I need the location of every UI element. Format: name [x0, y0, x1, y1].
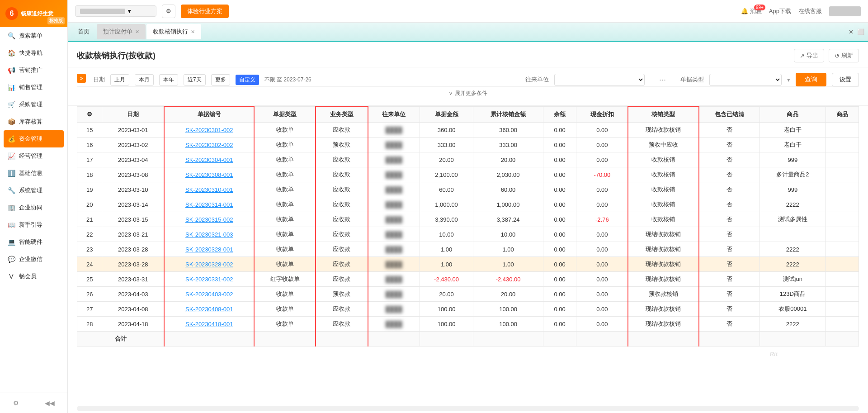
- footer-discount: [576, 332, 628, 347]
- main-area: ▾ ⚙ 体验行业方案 🔔 消息 99+ App下载 在线客服 首页 预计应付单 …: [68, 0, 868, 413]
- row-doctype: 红字收款单: [254, 272, 316, 287]
- row-docno[interactable]: SK-20230310-001: [164, 182, 254, 197]
- this-month-btn[interactable]: 本月: [135, 74, 154, 85]
- row-docno[interactable]: SK-20230403-002: [164, 287, 254, 302]
- doc-no-link[interactable]: SK-20230328-002: [185, 261, 233, 268]
- doc-no-link[interactable]: SK-20230408-001: [185, 306, 233, 313]
- sidebar-item-enterprise[interactable]: 🏢 企业协同: [0, 199, 67, 216]
- filter-settings-button[interactable]: 设置: [832, 73, 859, 86]
- sidebar-item-member[interactable]: V 畅会员: [0, 268, 67, 285]
- tab-prepay[interactable]: 预计应付单 ✕: [97, 24, 146, 39]
- sidebar-item-operations[interactable]: 📈 经营管理: [0, 147, 67, 165]
- row-date: 2023-03-14: [102, 197, 164, 212]
- row-product1: 衣服00001: [760, 302, 826, 317]
- sidebar-item-guide[interactable]: 📖 新手引导: [0, 216, 67, 233]
- row-amount: 1.00: [420, 257, 473, 272]
- row-docno[interactable]: SK-20230304-001: [164, 152, 254, 167]
- tab-home[interactable]: 首页: [71, 24, 96, 39]
- row-balance: 0.00: [543, 272, 576, 287]
- maximize-window-icon[interactable]: ⬜: [857, 28, 864, 35]
- sidebar-item-smart[interactable]: 💻 智能硬件: [0, 233, 67, 251]
- doc-no-link[interactable]: SK-20230321-003: [185, 231, 233, 238]
- online-support-link[interactable]: 在线客服: [798, 7, 822, 15]
- doc-no-link[interactable]: SK-20230310-001: [185, 186, 233, 193]
- row-settled: 否: [699, 182, 760, 197]
- doc-type-select[interactable]: [709, 74, 782, 86]
- member-icon: V: [7, 273, 15, 280]
- refresh-icon: ↺: [835, 52, 840, 59]
- sidebar-item-quick-nav[interactable]: 🏠 快捷导航: [0, 44, 67, 62]
- doc-no-link[interactable]: SK-20230328-001: [185, 246, 233, 253]
- close-window-icon[interactable]: ✕: [849, 28, 854, 35]
- last-7days-btn[interactable]: 近7天: [184, 74, 206, 85]
- sidebar-settings-btn[interactable]: ⚙: [10, 397, 22, 409]
- this-year-btn[interactable]: 本年: [159, 74, 178, 85]
- expand-more-conditions[interactable]: ∨ 展开更多条件: [77, 86, 859, 100]
- row-docno[interactable]: SK-20230314-001: [164, 197, 254, 212]
- sidebar-item-inventory[interactable]: 📦 库存核算: [0, 113, 67, 130]
- industry-solution-button[interactable]: 体验行业方案: [181, 5, 229, 18]
- filter-toggle-button[interactable]: »: [77, 74, 86, 83]
- more-date-btn[interactable]: 更多: [211, 74, 230, 85]
- tab-receipt-exec[interactable]: 收款核销执行 ✕: [146, 24, 201, 39]
- app-download-link[interactable]: App下载: [769, 7, 791, 15]
- row-doctype: 收款单: [254, 138, 316, 152]
- notification-button[interactable]: 🔔 消息 99+: [741, 7, 762, 15]
- sidebar-item-sales[interactable]: 📊 销售管理: [0, 79, 67, 96]
- doc-no-link[interactable]: SK-20230315-002: [185, 216, 233, 223]
- sidebar-item-system[interactable]: 🔧 系统管理: [0, 182, 67, 199]
- sidebar-item-purchase[interactable]: 🛒 采购管理: [0, 96, 67, 113]
- row-product1: 老白干: [760, 138, 826, 152]
- tab-prepay-close[interactable]: ✕: [135, 29, 139, 35]
- row-docno[interactable]: SK-20230321-003: [164, 227, 254, 242]
- doc-no-link[interactable]: SK-20230301-002: [185, 127, 233, 133]
- doc-no-link[interactable]: SK-20230304-001: [185, 157, 233, 163]
- export-button[interactable]: ↗ 导出: [794, 49, 824, 62]
- partner-select[interactable]: [554, 74, 645, 86]
- row-docno[interactable]: SK-20230328-002: [164, 257, 254, 272]
- query-button[interactable]: 查询: [796, 73, 826, 86]
- row-verified: -2,430.00: [473, 272, 543, 287]
- doc-no-link[interactable]: SK-20230314-001: [185, 201, 233, 208]
- row-docno[interactable]: SK-20230328-001: [164, 242, 254, 257]
- doc-no-link[interactable]: SK-20230302-002: [185, 142, 233, 148]
- sidebar-item-sales-label: 销售管理: [19, 83, 42, 91]
- sidebar-item-basics[interactable]: ℹ️ 基础信息: [0, 165, 67, 182]
- doc-no-link[interactable]: SK-20230403-002: [185, 291, 233, 298]
- table-row: 242023-03-28SK-20230328-002收款单应收款████1.0…: [77, 257, 859, 272]
- row-no: 27: [77, 302, 102, 317]
- doc-no-link[interactable]: SK-20230331-002: [185, 276, 233, 283]
- footer-verified: [473, 332, 543, 347]
- sidebar-item-wechat[interactable]: 💬 企业微信: [0, 251, 67, 268]
- tab-receipt-exec-close[interactable]: ✕: [191, 29, 195, 35]
- col-biztype-header: 业务类型: [316, 106, 368, 123]
- row-product2: [826, 257, 859, 272]
- table-row: 172023-03-04SK-20230304-001收款单应收款████20.…: [77, 152, 859, 167]
- row-product1: [760, 227, 826, 242]
- last-month-btn[interactable]: 上月: [110, 74, 129, 85]
- settings-gear-button[interactable]: ⚙: [162, 5, 175, 18]
- row-docno[interactable]: SK-20230302-002: [164, 138, 254, 152]
- sidebar-item-search[interactable]: 🔍 搜索菜单: [0, 27, 67, 44]
- row-discount: 0.00: [576, 152, 628, 167]
- workspace-selector[interactable]: ▾: [75, 5, 156, 17]
- sidebar-item-marketing[interactable]: 📢 营销推广: [0, 62, 67, 79]
- sidebar-item-finance[interactable]: 💰 资金管理: [4, 130, 64, 147]
- sidebar-collapse-btn[interactable]: ◀◀: [42, 397, 57, 409]
- row-amount: 1,000.00: [420, 197, 473, 212]
- doc-no-link[interactable]: SK-20230308-001: [185, 171, 233, 178]
- custom-date-btn[interactable]: 自定义: [236, 75, 259, 85]
- refresh-button[interactable]: ↺ 刷新: [829, 49, 859, 62]
- col-settings-icon[interactable]: ⚙: [77, 106, 102, 123]
- row-biztype: 应收款: [316, 227, 368, 242]
- top-header: ▾ ⚙ 体验行业方案 🔔 消息 99+ App下载 在线客服: [68, 0, 868, 23]
- row-docno[interactable]: SK-20230418-001: [164, 317, 254, 332]
- row-docno[interactable]: SK-20230331-002: [164, 272, 254, 287]
- doc-no-link[interactable]: SK-20230418-001: [185, 321, 233, 328]
- data-table-wrap: ⚙ 日期 单据编号 单据类型 业务类型 往来单位 单据金额 累计核销金额 余额 …: [68, 106, 868, 404]
- row-docno[interactable]: SK-20230408-001: [164, 302, 254, 317]
- row-docno[interactable]: SK-20230301-002: [164, 123, 254, 138]
- horizontal-scrollbar[interactable]: [77, 406, 859, 411]
- row-docno[interactable]: SK-20230315-002: [164, 212, 254, 227]
- row-docno[interactable]: SK-20230308-001: [164, 167, 254, 182]
